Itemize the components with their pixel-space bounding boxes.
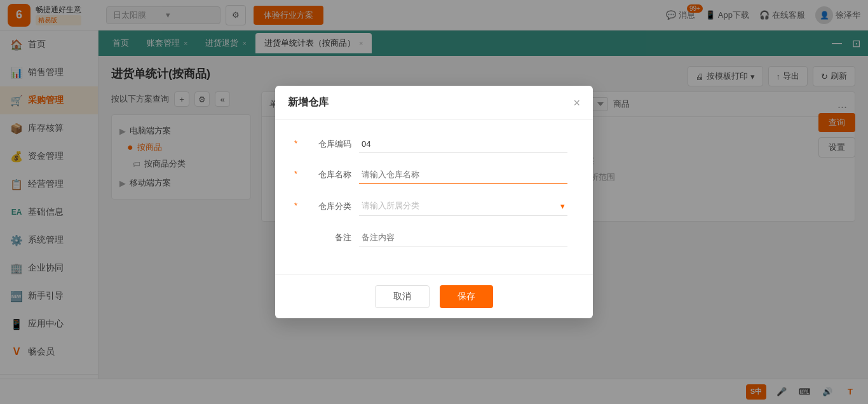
dialog-close-button[interactable]: × [573, 97, 580, 109]
name-label: 仓库名称 [301, 169, 351, 180]
form-row-name: 仓库名称 [301, 166, 567, 184]
dialog-header: 新增仓库 × [275, 86, 593, 120]
code-label: 仓库编码 [301, 138, 351, 150]
note-label: 备注 [301, 232, 351, 243]
form-row-note: 备注 [301, 229, 567, 246]
modal-overlay: 新增仓库 × 仓库编码 仓库名称 仓库分类 请输入所属分类 ▾ [0, 0, 868, 404]
dialog-title: 新增仓库 [288, 96, 329, 109]
code-input[interactable] [359, 135, 567, 153]
note-input[interactable] [359, 229, 567, 246]
cancel-button[interactable]: 取消 [375, 285, 430, 308]
save-button[interactable]: 保存 [440, 285, 493, 308]
form-row-code: 仓库编码 [301, 135, 567, 153]
dialog-body: 仓库编码 仓库名称 仓库分类 请输入所属分类 ▾ 备注 [275, 120, 593, 274]
form-row-category: 仓库分类 请输入所属分类 ▾ [301, 196, 567, 216]
category-label: 仓库分类 [301, 201, 351, 212]
dialog-footer: 取消 保存 [275, 274, 593, 318]
dropdown-arrow-icon: ▾ [560, 201, 565, 211]
category-select[interactable]: 请输入所属分类 ▾ [359, 196, 567, 216]
name-input[interactable] [359, 166, 567, 184]
add-warehouse-dialog: 新增仓库 × 仓库编码 仓库名称 仓库分类 请输入所属分类 ▾ [275, 86, 593, 318]
